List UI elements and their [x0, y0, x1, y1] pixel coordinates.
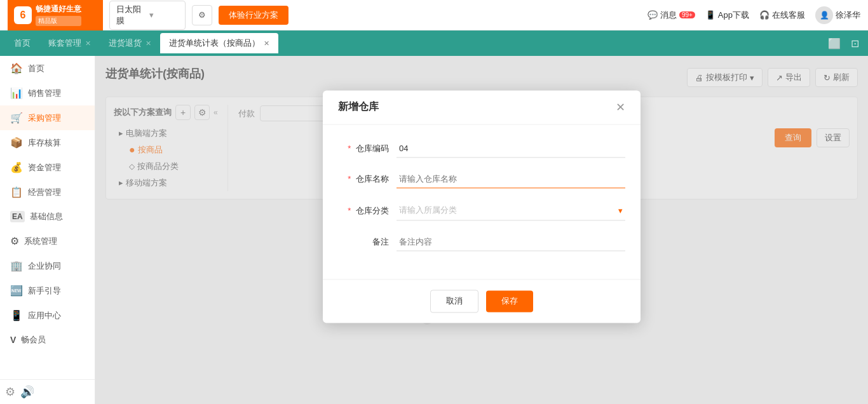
- settings-icon-btn[interactable]: ⚙: [192, 5, 212, 25]
- save-button[interactable]: 保存: [486, 290, 533, 312]
- tab-actions: ⬜ ⊡: [824, 36, 863, 51]
- tab-home[interactable]: 首页: [5, 33, 39, 53]
- message-icon: 💬: [648, 10, 658, 20]
- sidebar-item-sales[interactable]: 📊 销售管理: [0, 81, 95, 105]
- warehouse-name-input[interactable]: [397, 170, 625, 188]
- user-profile[interactable]: 👤 徐泽华: [815, 6, 860, 24]
- phone-icon: 📱: [705, 10, 715, 20]
- inventory-icon: 📦: [10, 137, 23, 149]
- main-layout: 🏠 首页 📊 销售管理 🛒 采购管理 📦 库存核算 💰 资金管理 📋 经营管理 …: [0, 56, 868, 404]
- headset-icon: 🎧: [759, 10, 770, 20]
- warehouse-category-label: * 仓库分类: [338, 205, 389, 217]
- warehouse-note-input[interactable]: [397, 233, 625, 251]
- tab-close-purchase-stats[interactable]: ✕: [264, 39, 269, 48]
- sidebar-item-finance[interactable]: 💰 资金管理: [0, 155, 95, 180]
- warehouse-note-label: 备注: [338, 236, 389, 248]
- try-industry-button[interactable]: 体验行业方案: [219, 6, 288, 25]
- newbie-icon: 🆕: [10, 285, 23, 297]
- sidebar-sound-icon[interactable]: 🔊: [20, 385, 34, 399]
- enterprise-icon: 🏢: [10, 260, 23, 272]
- tab-account[interactable]: 账套管理 ✕: [39, 33, 100, 53]
- modal-header: 新增仓库 ✕: [323, 90, 641, 125]
- sidebar-item-enterprise[interactable]: 🏢 企业协同: [0, 253, 95, 278]
- sales-icon: 📊: [10, 87, 23, 99]
- sidebar-item-home[interactable]: 🏠 首页: [0, 56, 95, 81]
- online-service-button[interactable]: 🎧 在线客服: [759, 10, 805, 21]
- sidebar-item-management[interactable]: 📋 经营管理: [0, 180, 95, 205]
- management-icon: 📋: [10, 186, 23, 198]
- basic-info-icon: EA: [10, 211, 25, 222]
- sidebar-item-purchase[interactable]: 🛒 采购管理: [0, 105, 95, 130]
- avatar: 👤: [815, 6, 833, 24]
- warehouse-name-row: * 仓库名称: [338, 170, 625, 188]
- tab-bar: 首页 账套管理 ✕ 进货退货 ✕ 进货单统计表（按商品） ✕ ⬜ ⊡: [0, 30, 868, 56]
- top-header: 6 畅捷通好生意 精品版 日太阳膜 ▾ ⚙ 体验行业方案 💬 消息 99+ 📱 …: [0, 0, 868, 30]
- system-icon: ⚙: [10, 235, 19, 247]
- logo-text: 畅捷通好生意 精品版: [36, 4, 81, 26]
- sidebar: 🏠 首页 📊 销售管理 🛒 采购管理 📦 库存核算 💰 资金管理 📋 经营管理 …: [0, 56, 95, 404]
- content-area: 进货单统计(按商品) 🖨 按模板打印 ▾ ↗ 导出 ↻ 刷新: [95, 56, 868, 404]
- warehouse-code-row: * 仓库编码: [338, 140, 625, 158]
- app-download-button[interactable]: 📱 App下载: [705, 10, 749, 21]
- purchase-icon: 🛒: [10, 112, 23, 124]
- tab-purchase-return[interactable]: 进货退货 ✕: [100, 33, 160, 53]
- warehouse-code-label: * 仓库编码: [338, 143, 389, 154]
- finance-icon: 💰: [10, 161, 23, 173]
- cancel-button[interactable]: 取消: [430, 290, 478, 313]
- sidebar-item-inventory[interactable]: 📦 库存核算: [0, 130, 95, 155]
- sidebar-settings-icon[interactable]: ⚙: [5, 385, 15, 399]
- tab-purchase-stats[interactable]: 进货单统计表（按商品） ✕: [160, 33, 278, 53]
- home-icon: 🏠: [10, 62, 23, 74]
- sidebar-item-system[interactable]: ⚙ 系统管理: [0, 229, 95, 253]
- member-icon: V: [10, 335, 16, 345]
- sidebar-item-newbie[interactable]: 🆕 新手引导: [0, 278, 95, 303]
- tab-restore-icon[interactable]: ⬜: [824, 36, 844, 51]
- category-dropdown-icon: ▾: [618, 206, 623, 215]
- warehouse-category-row: * 仓库分类 请输入所属分类 ▾: [338, 201, 625, 220]
- add-warehouse-modal: 新增仓库 ✕ * 仓库编码 *: [323, 90, 641, 323]
- sidebar-item-app-center[interactable]: 📱 应用中心: [0, 303, 95, 328]
- sidebar-item-basic-info[interactable]: EA 基础信息: [0, 205, 95, 229]
- logo-area: 6 畅捷通好生意 精品版: [8, 0, 103, 30]
- warehouse-category-select[interactable]: 请输入所属分类 ▾: [397, 201, 625, 220]
- store-selector[interactable]: 日太阳膜 ▾: [109, 1, 186, 30]
- sidebar-item-member[interactable]: V 畅会员: [0, 328, 95, 352]
- logo-icon: 6: [14, 6, 32, 24]
- modal-footer: 取消 保存: [323, 279, 641, 323]
- warehouse-code-input[interactable]: [397, 140, 625, 158]
- tab-close-account[interactable]: ✕: [85, 39, 91, 48]
- sidebar-bottom: ⚙ 🔊: [0, 379, 95, 404]
- modal-close-button[interactable]: ✕: [616, 102, 625, 113]
- warehouse-note-row: 备注: [338, 233, 625, 251]
- app-center-icon: 📱: [10, 309, 23, 321]
- warehouse-name-label: * 仓库名称: [338, 173, 389, 185]
- header-right: 💬 消息 99+ 📱 App下载 🎧 在线客服 👤 徐泽华: [648, 6, 860, 24]
- modal-container: 新增仓库 ✕ * 仓库编码 *: [323, 90, 641, 323]
- message-button[interactable]: 💬 消息 99+: [648, 10, 695, 21]
- modal-body: * 仓库编码 * 仓库名称: [323, 125, 641, 279]
- tab-close-purchase-return[interactable]: ✕: [146, 39, 151, 48]
- tab-fullscreen-icon[interactable]: ⊡: [847, 36, 863, 51]
